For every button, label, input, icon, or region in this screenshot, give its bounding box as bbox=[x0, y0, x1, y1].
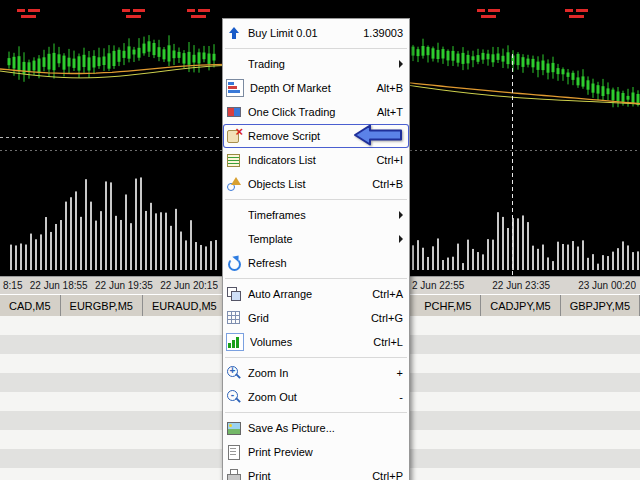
menu-item-label: Buy Limit 0.01 bbox=[248, 27, 355, 39]
menu-item-zoom-in[interactable]: Zoom In+ bbox=[223, 361, 409, 385]
chart-tab-pchf-m5[interactable]: PCHF,M5 bbox=[415, 295, 481, 317]
menu-item-label: Refresh bbox=[248, 257, 395, 269]
menu-item-label: Timeframes bbox=[248, 209, 385, 221]
buy-limit-icon bbox=[226, 25, 242, 41]
menu-item-label: Zoom In bbox=[248, 367, 389, 379]
menu-item-label: Trading bbox=[248, 58, 385, 70]
time-axis-left: 8:1522 Jun 18:5522 Jun 19:3522 Jun 20:15 bbox=[3, 280, 218, 291]
chart-tab-cadjpy-m5[interactable]: CADJPY,M5 bbox=[481, 295, 560, 317]
time-label: 8:15 bbox=[3, 280, 22, 291]
menu-item-label: Print Preview bbox=[248, 446, 395, 458]
context-menu: Buy Limit 0.011.39003TradingDepth Of Mar… bbox=[222, 18, 410, 480]
chart-tabs-left: CAD,M5EURGBP,M5EURAUD,M5 bbox=[0, 295, 227, 317]
menu-item-template[interactable]: Template bbox=[223, 227, 409, 251]
menu-separator bbox=[225, 357, 407, 358]
menu-item-buy-limit-0-01[interactable]: Buy Limit 0.011.39003 bbox=[223, 21, 409, 45]
mt4-window: 8:1522 Jun 18:5522 Jun 19:3522 Jun 20:15… bbox=[0, 0, 640, 480]
menu-item-label: Indicators List bbox=[248, 154, 368, 166]
menu-item-shortcut: Ctrl+G bbox=[371, 312, 403, 324]
volumes-icon bbox=[226, 333, 244, 351]
save-picture-icon bbox=[226, 420, 242, 436]
menu-icon-placeholder bbox=[226, 231, 242, 247]
menu-item-label: Save As Picture... bbox=[248, 422, 395, 434]
zoom-out-icon bbox=[226, 389, 242, 405]
print-preview-icon bbox=[226, 444, 242, 460]
auto-arrange-icon bbox=[226, 286, 242, 302]
chart-tab-eurgbp-m5[interactable]: EURGBP,M5 bbox=[61, 295, 143, 317]
refresh-icon bbox=[226, 255, 242, 271]
time-label: 22 Jun 19:35 bbox=[95, 280, 153, 291]
menu-item-print-preview[interactable]: Print Preview bbox=[223, 440, 409, 464]
menu-item-shortcut: Ctrl+A bbox=[372, 288, 403, 300]
menu-item-indicators-list[interactable]: Indicators ListCtrl+I bbox=[223, 148, 409, 172]
menu-item-shortcut: Ctrl+I bbox=[376, 154, 403, 166]
zoom-in-icon bbox=[226, 365, 242, 381]
chart-tab-gbpjpy-m5[interactable]: GBPJPY,M5 bbox=[561, 295, 640, 317]
menu-separator bbox=[225, 278, 407, 279]
time-label: 2 Jun 22:55 bbox=[412, 280, 464, 291]
menu-item-label: Grid bbox=[248, 312, 363, 324]
depth-of-market-icon bbox=[226, 79, 244, 97]
menu-icon-placeholder bbox=[226, 56, 242, 72]
chart-tab-cad-m5[interactable]: CAD,M5 bbox=[0, 295, 61, 317]
chart-tabs-right: PCHF,M5CADJPY,M5GBPJPY,M5 bbox=[415, 295, 640, 317]
menu-item-shortcut: Ctrl+L bbox=[373, 336, 403, 348]
menu-item-label: Auto Arrange bbox=[248, 288, 364, 300]
menu-item-label: Print bbox=[248, 470, 364, 480]
menu-item-save-as-picture[interactable]: Save As Picture... bbox=[223, 416, 409, 440]
menu-item-label: Objects List bbox=[248, 178, 364, 190]
menu-item-shortcut: - bbox=[399, 391, 403, 403]
menu-item-grid[interactable]: GridCtrl+G bbox=[223, 306, 409, 330]
menu-item-label: One Click Trading bbox=[248, 106, 369, 118]
menu-item-shortcut: + bbox=[397, 367, 403, 379]
menu-item-label: Volumes bbox=[250, 336, 365, 348]
menu-item-shortcut: Alt+T bbox=[377, 106, 403, 118]
time-label: 22 Jun 20:15 bbox=[160, 280, 218, 291]
menu-icon-placeholder bbox=[226, 207, 242, 223]
menu-item-shortcut: Ctrl+P bbox=[372, 470, 403, 480]
objects-icon bbox=[226, 176, 242, 192]
menu-item-label: Template bbox=[248, 233, 385, 245]
indicators-icon bbox=[226, 152, 242, 168]
chart-tab-euraud-m5[interactable]: EURAUD,M5 bbox=[143, 295, 227, 317]
time-axis-right: 2 Jun 22:5522 Jun 23:3523 Jun 00:20 bbox=[412, 280, 636, 291]
menu-item-shortcut: Ctrl+B bbox=[372, 178, 403, 190]
one-click-icon bbox=[226, 104, 242, 120]
menu-item-shortcut: Alt+B bbox=[376, 82, 403, 94]
menu-item-trading[interactable]: Trading bbox=[223, 52, 409, 76]
menu-item-zoom-out[interactable]: Zoom Out- bbox=[223, 385, 409, 409]
time-label: 22 Jun 18:55 bbox=[30, 280, 88, 291]
menu-item-refresh[interactable]: Refresh bbox=[223, 251, 409, 275]
menu-item-objects-list[interactable]: Objects ListCtrl+B bbox=[223, 172, 409, 196]
submenu-arrow-icon bbox=[399, 60, 403, 68]
time-label: 23 Jun 00:20 bbox=[578, 280, 636, 291]
grid-icon bbox=[226, 310, 242, 326]
print-icon bbox=[226, 468, 242, 480]
submenu-arrow-icon bbox=[399, 211, 403, 219]
submenu-arrow-icon bbox=[399, 235, 403, 243]
menu-separator bbox=[225, 48, 407, 49]
menu-item-label: Depth Of Market bbox=[250, 82, 368, 94]
menu-item-shortcut: 1.39003 bbox=[363, 27, 403, 39]
menu-item-volumes[interactable]: VolumesCtrl+L bbox=[223, 330, 409, 354]
menu-item-depth-of-market[interactable]: Depth Of MarketAlt+B bbox=[223, 76, 409, 100]
menu-item-label: Zoom Out bbox=[248, 391, 391, 403]
time-label: 22 Jun 23:35 bbox=[492, 280, 550, 291]
menu-item-auto-arrange[interactable]: Auto ArrangeCtrl+A bbox=[223, 282, 409, 306]
menu-item-timeframes[interactable]: Timeframes bbox=[223, 203, 409, 227]
menu-item-one-click-trading[interactable]: One Click TradingAlt+T bbox=[223, 100, 409, 124]
menu-separator bbox=[225, 412, 407, 413]
menu-item-print[interactable]: PrintCtrl+P bbox=[223, 464, 409, 480]
menu-separator bbox=[225, 199, 407, 200]
annotation-arrow-icon bbox=[352, 122, 404, 148]
remove-script-icon bbox=[226, 128, 242, 144]
